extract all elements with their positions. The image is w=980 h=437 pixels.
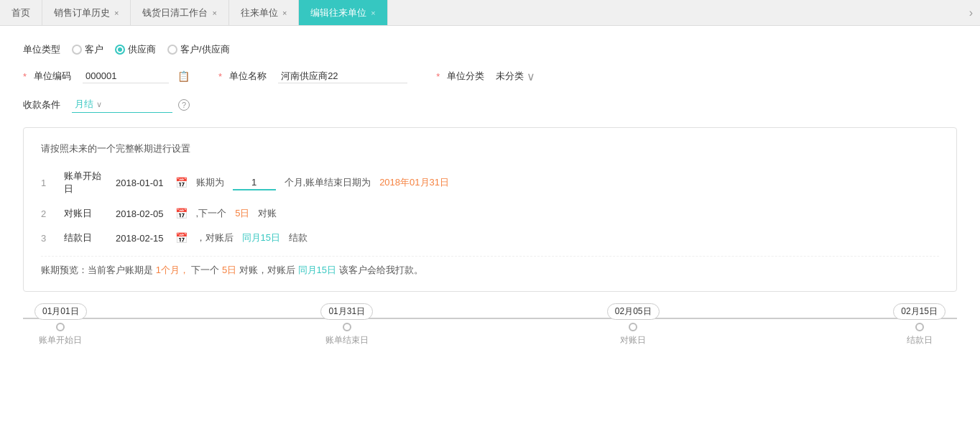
tab-partner[interactable]: 往来单位 × [229, 0, 299, 25]
help-icon[interactable]: ? [178, 99, 190, 111]
row-num-2: 2 [41, 208, 55, 219]
radio-customer-supplier[interactable]: 客户/供应商 [167, 43, 230, 56]
row-highlight-2: 5日 [235, 207, 249, 220]
payment-row: 收款条件 月结 ∨ ? [23, 96, 957, 113]
payment-select[interactable]: 月结 ∨ [72, 96, 172, 113]
timeline-label-2: 账单结束日 [325, 334, 369, 346]
close-cash-work-icon[interactable]: × [212, 9, 216, 17]
row-field-3: 结款日 [64, 231, 107, 244]
preview-prefix: 账期预览：当前客户账期是 [41, 257, 153, 282]
tab-edit-partner[interactable]: 编辑往来单位 × [299, 0, 387, 25]
radio-customer-circle [72, 45, 82, 55]
preview-highlight3: 同月15日 [298, 264, 336, 275]
tab-home-label: 首页 [11, 6, 30, 19]
timeline-label-1: 账单开始日 [39, 334, 82, 346]
preview-text2: 对账，对账后 [239, 257, 295, 282]
tab-home[interactable]: 首页 [0, 0, 42, 25]
preview-text1: 下一个 [191, 257, 219, 282]
row-desc-suffix-1: 个月,账单结束日期为 [285, 176, 371, 189]
unit-category-select[interactable]: 未分类 ∨ [496, 70, 535, 83]
preview-highlight2: 5日 [222, 264, 236, 275]
payment-value: 月结 [75, 98, 93, 111]
timeline-node-2: 01月31日 账单结束日 [320, 303, 373, 346]
timeline-node-4: 02月15日 结款日 [893, 303, 946, 346]
unit-name-group: * 单位名称 [218, 69, 407, 83]
unit-name-label: 单位名称 [229, 70, 267, 83]
row-date-1: 2018-01-01 [116, 178, 164, 188]
row-date-3: 2018-02-15 [116, 233, 164, 244]
close-sales-history-icon[interactable]: × [114, 9, 119, 17]
row-field-1: 账单开始日 [64, 170, 107, 196]
row-desc-suffix-3: 结款 [289, 231, 308, 244]
period-row-3: 3 结款日 2018-02-15 📅 ，对账后 同月15日 结款 [41, 231, 939, 244]
row-field-2: 对账日 [64, 207, 107, 220]
row-desc-prefix-3: ，对账后 [196, 231, 234, 244]
payment-label: 收款条件 [23, 98, 60, 111]
unit-code-icon[interactable]: 📋 [177, 70, 190, 82]
unit-code-group: * 单位编码 📋 [23, 69, 190, 83]
tab-partner-label: 往来单位 [241, 6, 278, 19]
tab-bar: 首页 销售订单历史 × 钱货日清工作台 × 往来单位 × 编辑往来单位 × › [0, 0, 980, 26]
tab-arrow-icon[interactable]: › [962, 6, 980, 19]
unit-category-value: 未分类 [496, 70, 524, 83]
unit-info-row: * 单位编码 📋 * 单位名称 * 单位分类 未分类 ∨ [23, 69, 957, 83]
timeline-date-4: 02月15日 [893, 303, 946, 320]
row-desc-prefix-1: 账期为 [196, 176, 224, 189]
row-highlight-3: 同月15日 [242, 231, 280, 244]
timeline-node-1: 01月01日 账单开始日 [34, 303, 87, 346]
main-content: 单位类型 客户 供应商 客户/供应商 * 单位编码 📋 * 单位名称 [0, 26, 980, 437]
period-box: 请按照未来的一个完整帐期进行设置 1 账单开始日 2018-01-01 📅 账期… [23, 127, 957, 292]
tab-sales-history[interactable]: 销售订单历史 × [42, 0, 131, 25]
unit-code-star: * [23, 71, 27, 82]
unit-type-row: 单位类型 客户 供应商 客户/供应商 [23, 43, 957, 56]
timeline-date-2: 01月31日 [320, 303, 373, 320]
tab-edit-partner-label: 编辑往来单位 [310, 6, 366, 19]
unit-category-star: * [436, 71, 440, 82]
row-desc-prefix-2: ,下一个 [196, 207, 227, 220]
radio-supplier-circle [115, 45, 125, 55]
unit-code-label: 单位编码 [34, 70, 71, 83]
row-desc-suffix-2: 对账 [258, 207, 277, 220]
timeline-date-3: 02月05日 [607, 303, 660, 320]
timeline-date-1: 01月01日 [34, 303, 87, 320]
row-highlight-1: 2018年01月31日 [379, 176, 449, 189]
cal-icon-2[interactable]: 📅 [175, 208, 188, 219]
unit-name-star: * [218, 71, 222, 82]
unit-type-label: 单位类型 [23, 43, 60, 56]
tab-cash-work-label: 钱货日清工作台 [142, 6, 208, 19]
radio-customer-supplier-circle [167, 45, 177, 55]
close-partner-icon[interactable]: × [282, 9, 287, 17]
radio-customer-label: 客户 [85, 43, 103, 56]
period-row-1: 1 账单开始日 2018-01-01 📅 账期为 个月,账单结束日期为 2018… [41, 170, 939, 196]
month-input[interactable] [233, 175, 276, 190]
radio-customer[interactable]: 客户 [72, 43, 103, 56]
preview-highlight1: 1个月， [156, 264, 189, 275]
unit-code-input[interactable] [83, 69, 169, 83]
radio-supplier[interactable]: 供应商 [115, 43, 156, 56]
close-edit-partner-icon[interactable]: × [371, 9, 375, 17]
row-num-1: 1 [41, 178, 55, 188]
cal-icon-1[interactable]: 📅 [175, 177, 188, 188]
timeline-node-3: 02月05日 对账日 [607, 303, 660, 346]
tab-cash-work[interactable]: 钱货日清工作台 × [131, 0, 228, 25]
unit-type-radio-group: 客户 供应商 客户/供应商 [72, 43, 230, 56]
period-title: 请按照未来的一个完整帐期进行设置 [41, 142, 939, 155]
radio-customer-supplier-label: 客户/供应商 [180, 43, 230, 56]
timeline-label-3: 对账日 [620, 334, 646, 346]
unit-category-label: 单位分类 [447, 70, 484, 83]
unit-category-arrow-icon: ∨ [527, 70, 535, 83]
preview-suffix: 该客户会给我打款。 [339, 257, 423, 282]
tab-sales-history-label: 销售订单历史 [54, 6, 110, 19]
radio-supplier-label: 供应商 [128, 43, 156, 56]
row-date-2: 2018-02-05 [116, 208, 164, 219]
period-row-2: 2 对账日 2018-02-05 📅 ,下一个 5日 对账 [41, 207, 939, 220]
timeline-label-4: 结款日 [907, 334, 933, 346]
unit-category-group: * 单位分类 未分类 ∨ [436, 70, 535, 83]
unit-name-input[interactable] [278, 69, 407, 83]
payment-arrow-icon: ∨ [96, 100, 102, 109]
row-num-3: 3 [41, 233, 55, 244]
cal-icon-3[interactable]: 📅 [175, 232, 188, 244]
